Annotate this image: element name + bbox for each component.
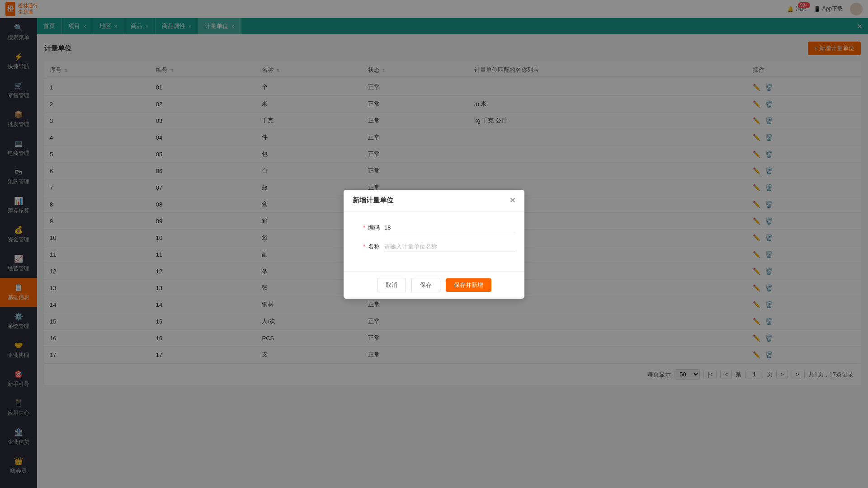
required-star-code: * bbox=[363, 224, 365, 231]
modal-header: 新增计量单位 ✕ bbox=[344, 190, 524, 211]
modal-close-button[interactable]: ✕ bbox=[509, 196, 515, 205]
save-button[interactable]: 保存 bbox=[411, 278, 440, 292]
modal-overlay[interactable]: 新增计量单位 ✕ * 编码 * 名称 取消 保存 保存并新增 bbox=[0, 0, 868, 488]
modal-body: * 编码 * 名称 bbox=[344, 211, 524, 271]
code-label: * 编码 bbox=[353, 224, 380, 232]
form-row-code: * 编码 bbox=[353, 222, 515, 233]
modal-footer: 取消 保存 保存并新增 bbox=[344, 271, 524, 299]
name-input[interactable] bbox=[384, 241, 515, 252]
modal-title: 新增计量单位 bbox=[353, 196, 393, 205]
save-and-new-button[interactable]: 保存并新增 bbox=[446, 278, 491, 292]
code-input[interactable] bbox=[384, 222, 515, 233]
required-star-name: * bbox=[363, 243, 365, 250]
form-row-name: * 名称 bbox=[353, 241, 515, 252]
cancel-button[interactable]: 取消 bbox=[377, 278, 406, 292]
add-unit-modal: 新增计量单位 ✕ * 编码 * 名称 取消 保存 保存并新增 bbox=[344, 190, 524, 299]
name-label: * 名称 bbox=[353, 243, 380, 251]
